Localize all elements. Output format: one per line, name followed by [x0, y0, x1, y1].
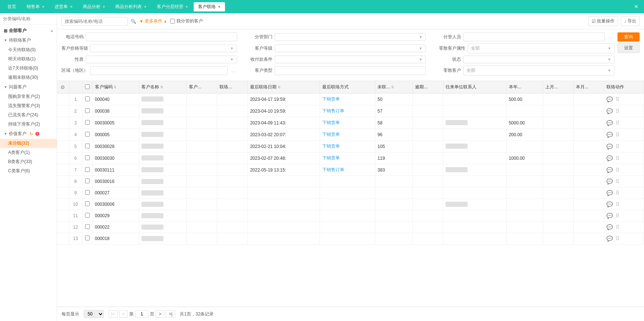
filter-search-icon[interactable]: 🔍	[131, 19, 136, 24]
row-checkbox-cell[interactable]	[82, 117, 92, 129]
row-checkbox[interactable]	[85, 144, 90, 148]
row-checkbox-cell[interactable]	[82, 164, 92, 176]
dept-select[interactable]: ▼	[275, 33, 426, 41]
last-contact-method-link[interactable]: 下销货单	[322, 120, 340, 125]
sidebar-item-churn-warning[interactable]: 流失预警客户(3)	[0, 101, 57, 110]
col-code[interactable]: 客户编码	[92, 81, 139, 94]
row-checkbox[interactable]	[85, 190, 90, 195]
last-page-button[interactable]: >|	[166, 310, 175, 318]
customer-type-input[interactable]	[275, 66, 426, 75]
tab-product-analysis-list[interactable]: 商品分析列表 ×	[111, 2, 151, 11]
batch-ops-button[interactable]: ☑ 批量操作	[588, 16, 618, 26]
row-checkbox[interactable]	[85, 108, 90, 113]
per-page-select[interactable]: 50 100 200	[84, 310, 104, 318]
row-checkbox[interactable]	[85, 213, 90, 218]
action-message-icon[interactable]: 💬	[606, 201, 613, 207]
col-no-contact[interactable]: 未联...	[375, 81, 413, 94]
row-checkbox-cell[interactable]	[82, 94, 92, 105]
first-page-button[interactable]: |<	[108, 310, 118, 318]
retail-attr-select[interactable]: 全部 ▼	[468, 43, 615, 53]
tab-product-analysis-close[interactable]: ×	[103, 4, 105, 9]
tab-customer-contact-close[interactable]: ×	[218, 4, 220, 9]
action-message-icon[interactable]: 💬	[606, 108, 613, 114]
action-more-icon[interactable]: ⠿	[616, 144, 619, 149]
filter-search-input[interactable]	[61, 17, 128, 26]
sidebar-collapse-icon[interactable]: «	[50, 28, 53, 33]
col-checkbox[interactable]	[82, 81, 92, 94]
my-customers-checkbox-label[interactable]: 我分管的客户	[170, 18, 203, 24]
action-message-icon[interactable]: 💬	[606, 132, 613, 138]
action-more-icon[interactable]: ⠿	[616, 120, 619, 126]
row-checkbox-cell[interactable]	[82, 141, 92, 152]
action-more-icon[interactable]: ⠿	[616, 155, 619, 161]
more-conditions-button[interactable]: ▼ 更多条件 ▲	[139, 18, 167, 24]
tab-sales-close[interactable]: ×	[42, 4, 44, 9]
action-more-icon[interactable]: ⠿	[616, 236, 619, 241]
row-checkbox-cell[interactable]	[82, 199, 92, 210]
sidebar-group-problem[interactable]: ▼ 问题客户	[0, 82, 57, 92]
query-button[interactable]: 查询	[617, 32, 640, 42]
my-customers-checkbox[interactable]	[170, 19, 175, 24]
row-checkbox[interactable]	[85, 155, 90, 160]
page-number-input[interactable]	[135, 310, 148, 318]
sidebar-all-customers[interactable]: ⊞ 全部客户 «	[0, 25, 57, 35]
row-checkbox-cell[interactable]	[82, 233, 92, 244]
refresh-icon[interactable]: ↻	[29, 131, 33, 137]
retail-customer-select[interactable]: 全部 ▼	[463, 66, 615, 75]
sidebar-item-today-pending[interactable]: 今天待联络(0)	[0, 45, 57, 54]
col-name[interactable]: 客户名称	[139, 81, 187, 94]
action-message-icon[interactable]: 💬	[606, 179, 613, 184]
sidebar-item-abnormal[interactable]: 囤购异常客户(2)	[0, 92, 57, 101]
row-checkbox-cell[interactable]	[82, 176, 92, 187]
next-page-button[interactable]: >	[156, 310, 164, 318]
sidebar-item-class-a[interactable]: A类客户(1)	[0, 148, 57, 157]
phone-input[interactable]	[86, 32, 237, 41]
action-more-icon[interactable]: ⠿	[616, 179, 619, 184]
action-message-icon[interactable]: 💬	[606, 120, 613, 126]
region-more-icon[interactable]: …	[230, 68, 237, 73]
sidebar-item-unclassified[interactable]: 未分组(32)	[0, 139, 57, 148]
tab-customer-segment-close[interactable]: ×	[186, 4, 188, 9]
sidebar-item-class-c[interactable]: C类客户(6)	[0, 166, 57, 176]
export-button[interactable]: ↓ 导出	[621, 16, 640, 26]
last-contact-method-link[interactable]: 下销售订单	[322, 108, 344, 113]
gender-select[interactable]: ▼	[86, 56, 237, 63]
row-checkbox[interactable]	[85, 96, 90, 101]
customer-level-select[interactable]: ▼	[275, 45, 426, 52]
sidebar-item-class-b[interactable]: B类客户(33)	[0, 157, 57, 166]
last-contact-method-link[interactable]: 下销货单	[322, 96, 340, 102]
row-checkbox-cell[interactable]	[82, 152, 92, 164]
action-message-icon[interactable]: 💬	[606, 144, 613, 149]
action-more-icon[interactable]: ⠿	[616, 96, 619, 102]
col-last-contact-date[interactable]: 最后联络日期	[248, 81, 320, 94]
sidebar-item-churned[interactable]: 已流失客户(24)	[0, 110, 57, 120]
staff-more-icon[interactable]: …	[607, 34, 615, 39]
row-checkbox[interactable]	[85, 167, 90, 172]
row-checkbox-cell[interactable]	[82, 222, 92, 233]
price-level-select[interactable]: ▼	[90, 45, 237, 52]
row-checkbox-cell[interactable]	[82, 105, 92, 117]
last-contact-method-link[interactable]: 下销货单	[322, 155, 340, 160]
sidebar-item-overdue-pending[interactable]: 逾期未联络(30)	[0, 73, 57, 82]
tab-customer-contact[interactable]: 客户联络 ×	[194, 2, 225, 11]
payment-select[interactable]: ▼	[275, 56, 426, 63]
tab-product-analysis[interactable]: 商品分析 ×	[78, 2, 109, 11]
reset-button[interactable]: 设置	[617, 43, 640, 53]
staff-input[interactable]	[463, 32, 605, 41]
select-all-checkbox[interactable]	[85, 84, 90, 89]
action-message-icon[interactable]: 💬	[606, 236, 613, 241]
row-checkbox[interactable]	[85, 236, 90, 240]
action-message-icon[interactable]: 💬	[606, 190, 613, 196]
last-contact-method-link[interactable]: 下销售订单	[322, 167, 344, 172]
row-checkbox[interactable]	[85, 201, 90, 206]
settings-gear-icon[interactable]: ⚙	[60, 84, 65, 90]
sidebar-group-score[interactable]: ▼ 价值客户 ↻ !	[0, 129, 57, 139]
tab-purchase[interactable]: 进货单 ×	[50, 2, 77, 11]
action-message-icon[interactable]: 💬	[606, 96, 613, 102]
action-more-icon[interactable]: ⠿	[616, 190, 619, 196]
action-message-icon[interactable]: 💬	[606, 224, 613, 230]
action-more-icon[interactable]: ⠿	[616, 224, 619, 230]
row-checkbox[interactable]	[85, 179, 90, 183]
tab-customer-segment[interactable]: 客户分层经营 ×	[152, 2, 192, 11]
row-checkbox-cell[interactable]	[82, 129, 92, 141]
